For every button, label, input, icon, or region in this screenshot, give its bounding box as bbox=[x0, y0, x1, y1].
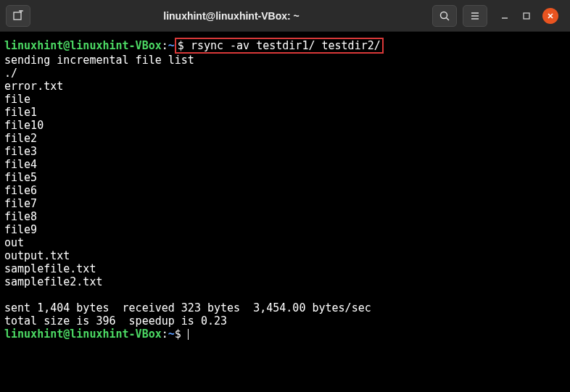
minimize-button[interactable] bbox=[499, 10, 511, 22]
maximize-icon bbox=[522, 12, 531, 20]
close-button[interactable] bbox=[542, 8, 558, 24]
command-highlight: $ rsync -av testdir1/ testdir2/ bbox=[175, 38, 384, 54]
close-icon bbox=[546, 12, 555, 20]
svg-rect-9 bbox=[524, 13, 529, 19]
new-tab-icon bbox=[12, 10, 24, 22]
prompt-path: ~ bbox=[168, 39, 175, 52]
summary-line-2: total size is 396 speedup is 0.23 bbox=[4, 314, 227, 328]
prompt-line-2: linuxhint@linuxhint-VBox:~$ bbox=[4, 328, 189, 341]
prompt-symbol: $ bbox=[175, 328, 181, 341]
window-controls bbox=[493, 8, 564, 24]
summary-line-1: sent 1,404 bytes received 323 bytes 3,45… bbox=[4, 301, 371, 314]
prompt-user-host: linuxhint@linuxhint-VBox bbox=[4, 328, 162, 341]
svg-line-4 bbox=[447, 17, 450, 20]
output-header: sending incremental file list bbox=[4, 54, 194, 67]
prompt-line-1: linuxhint@linuxhint-VBox:~$ rsync -av te… bbox=[4, 39, 384, 52]
file-list: ./ error.txt file file1 file10 file2 fil… bbox=[4, 67, 102, 288]
svg-point-3 bbox=[441, 12, 447, 18]
prompt-symbol: $ bbox=[178, 39, 184, 52]
prompt-path: ~ bbox=[168, 328, 175, 341]
titlebar: linuxhint@linuxhint-VBox: ~ bbox=[0, 0, 570, 32]
window-title: linuxhint@linuxhint-VBox: ~ bbox=[36, 10, 426, 22]
svg-rect-0 bbox=[14, 12, 21, 20]
maximize-button[interactable] bbox=[521, 10, 532, 22]
search-button[interactable] bbox=[432, 5, 457, 27]
terminal-body[interactable]: linuxhint@linuxhint-VBox:~$ rsync -av te… bbox=[0, 32, 570, 392]
menu-button[interactable] bbox=[463, 5, 487, 27]
search-icon bbox=[439, 10, 450, 22]
minimize-icon bbox=[500, 12, 509, 20]
cursor bbox=[188, 329, 189, 340]
terminal-window: linuxhint@linuxhint-VBox: ~ bbox=[0, 0, 570, 392]
hamburger-icon bbox=[469, 10, 481, 22]
prompt-separator: : bbox=[162, 328, 168, 341]
prompt-separator: : bbox=[162, 39, 168, 52]
prompt-user-host: linuxhint@linuxhint-VBox bbox=[4, 39, 162, 52]
command-text: rsync -av testdir1/ testdir2/ bbox=[191, 39, 381, 52]
new-tab-button[interactable] bbox=[6, 5, 30, 27]
